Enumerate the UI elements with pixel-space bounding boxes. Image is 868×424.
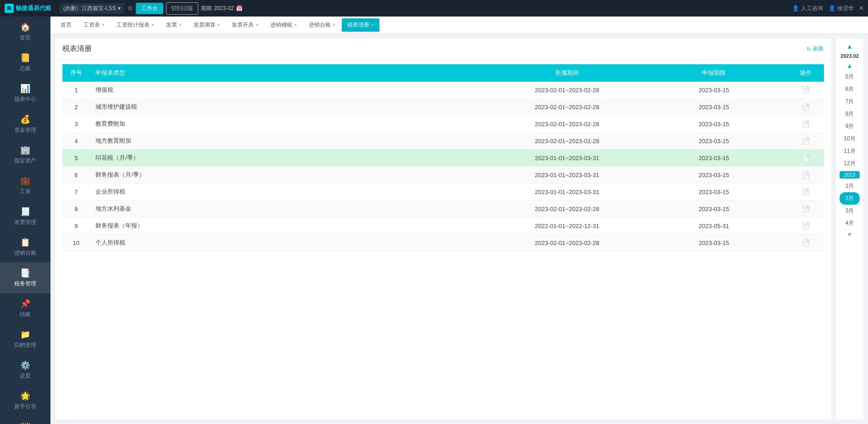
cell-period: 2023-02-01~2023-02-28 (494, 116, 640, 133)
tab-close-icon[interactable]: × (294, 22, 297, 28)
cell-deadline: 2023-03-15 (640, 150, 787, 167)
action-icon[interactable]: 📄 (802, 239, 810, 246)
tab-home[interactable]: 首页 (55, 18, 77, 32)
tab-label: 进销台账 (309, 21, 331, 29)
action-icon[interactable]: 📄 (802, 205, 810, 212)
cell-period: 2023-02-01~2023-02-28 (494, 133, 640, 150)
cell-no: 2 (62, 99, 90, 116)
month-2[interactable]: 2月 (840, 192, 860, 205)
tab-invoice-calc[interactable]: 发票测算 × (188, 18, 226, 32)
refresh-icon: ↻ (807, 46, 811, 52)
tab-salary-table[interactable]: 工资表 × (78, 18, 110, 32)
sidebar-item-ledger[interactable]: 📒 总账 (0, 47, 50, 78)
cell-type: 教育费附加 (90, 116, 494, 133)
period-value: 2023-02 (214, 5, 234, 11)
col-deadline: 申报期限 (640, 64, 787, 82)
tax-icon: 📑 (20, 268, 30, 278)
cell-period: 2023-01-01~2023-03-31 (494, 184, 640, 201)
cell-deadline: 2023-03-15 (640, 116, 787, 133)
refresh-button[interactable]: ↻ 刷新 (807, 45, 824, 53)
tab-close-icon[interactable]: × (102, 22, 105, 28)
tab-close-icon[interactable]: × (179, 22, 182, 28)
close-icon[interactable]: × (859, 4, 863, 12)
action-icon[interactable]: 📄 (802, 86, 810, 94)
tab-label: 税表清册 (347, 21, 369, 29)
sidebar-item-salary[interactable]: 💼 工资 (0, 170, 50, 201)
sidebar-item-archive[interactable]: 📁 归档管理 (0, 324, 50, 355)
tab-tax-list[interactable]: 税表清册 × (342, 18, 379, 32)
month-9[interactable]: 9月 (840, 120, 860, 133)
sidebar-item-settings[interactable]: ⚙️ 设置 (0, 355, 50, 385)
sidebar-item-guide[interactable]: 🌟 新手引导 (0, 385, 50, 416)
sidebar-item-funds[interactable]: 💰 资金管理 (0, 109, 50, 139)
action-icon[interactable]: 📄 (802, 154, 810, 162)
tab-label: 进销稽核 (270, 21, 292, 29)
month-11[interactable]: 11月 (840, 145, 860, 157)
table-row: 1 增值税 2023-02-01~2023-02-28 2023-03-15 📄 (62, 82, 824, 99)
sidebar-item-purchase-sales[interactable]: 📋 进销台账 (0, 232, 50, 262)
tab-close-icon[interactable]: × (256, 22, 258, 28)
sidebar-item-tax[interactable]: 📑 税务管理 (0, 262, 50, 293)
tab-purchase-verify[interactable]: 进销稽核 × (265, 18, 302, 32)
sidebar-item-member[interactable]: 👑 畅会员 (0, 416, 50, 424)
action-icon[interactable]: 📄 (802, 171, 810, 179)
company-selector[interactable]: (勿删）江西服宝-LSS ▾ (60, 3, 124, 14)
service-link[interactable]: 👤 人工咨询 (792, 5, 823, 12)
action-icon[interactable]: 📄 (802, 120, 810, 128)
copy-icon[interactable]: ⧉ (128, 5, 132, 12)
close-accounts-icon: 📌 (20, 299, 30, 309)
period-label: 期期 (201, 5, 212, 12)
sidebar-item-home[interactable]: 🏠 首页 (0, 17, 50, 47)
tab-label: 首页 (61, 21, 72, 29)
date-nav-up[interactable]: ▲ (845, 41, 854, 51)
sidebar-item-reports[interactable]: 📊 报表中心 (0, 78, 50, 109)
month-6[interactable]: 6月 (840, 83, 860, 95)
col-type: 申报表类型 (90, 64, 494, 82)
calendar-icon[interactable]: 📅 (236, 5, 243, 11)
month-7[interactable]: 7月 (840, 95, 860, 108)
workspace-button[interactable]: 工作台 (136, 3, 163, 14)
tab-close-icon[interactable]: × (333, 22, 335, 28)
month-8[interactable]: 8月 (840, 108, 860, 120)
sidebar-item-close[interactable]: 📌 结账 (0, 293, 50, 324)
cell-type: 个人所得税 (90, 234, 494, 251)
tab-close-icon[interactable]: × (217, 22, 220, 28)
month-5[interactable]: 5月 (840, 71, 860, 83)
date-panel-year-header: 2023.02 (840, 51, 860, 61)
tab-invoice[interactable]: 发票 × (161, 18, 187, 32)
month-10[interactable]: 10月 (840, 133, 860, 145)
top-right: 👤 人工咨询 👤 徐涩华 × (792, 4, 863, 12)
date-nav-down2[interactable]: ▲ (845, 61, 854, 71)
table-row: 8 地方水利基金 2023-02-01~2023-02-28 2023-03-1… (62, 201, 824, 218)
cell-no: 7 (62, 184, 90, 201)
cell-no: 4 (62, 133, 90, 150)
service-label: 人工咨询 (801, 5, 823, 12)
tab-close-icon[interactable]: × (151, 22, 154, 28)
month-1[interactable]: 1月 (840, 180, 860, 192)
table-row: 3 教育费附加 2023-02-01~2023-02-28 2023-03-15… (62, 116, 824, 133)
date-nav-down[interactable]: ▼ (845, 229, 854, 240)
col-no: 序号 (62, 64, 90, 82)
sidebar-item-label: 报表中心 (14, 95, 36, 103)
cell-period: 2022-01-01~2022-12-31 (494, 218, 640, 234)
period-display: 期期 2023-02 📅 (201, 5, 243, 12)
year-2023-label[interactable]: 2023 (840, 171, 860, 179)
tab-salary-stats[interactable]: 工资统计报表 × (111, 18, 160, 32)
action-icon[interactable]: 📄 (802, 188, 810, 195)
tab-invoice-issue[interactable]: 发票开具 × (226, 18, 264, 32)
tab-close-icon[interactable]: × (371, 22, 374, 28)
user-profile[interactable]: 👤 徐涩华 (829, 5, 854, 12)
month-4[interactable]: 4月 (840, 217, 860, 229)
tab-purchase-ledger[interactable]: 进销台账 × (303, 18, 341, 32)
month-12[interactable]: 12月 (840, 157, 860, 170)
date-panel: ▲ 2023.02 ▲ 5月 6月 7月 8月 9月 10月 11月 12月 2… (836, 39, 863, 419)
sidebar-item-invoice[interactable]: 🧾 发票管理 (0, 201, 50, 232)
action-icon[interactable]: 📄 (802, 103, 810, 111)
company-dropdown-icon[interactable]: ▾ (118, 5, 121, 11)
switch-button[interactable]: 切到旧版 (166, 2, 198, 15)
action-icon[interactable]: 📄 (802, 222, 810, 229)
tab-label: 发票 (166, 21, 177, 29)
action-icon[interactable]: 📄 (802, 137, 810, 145)
sidebar-item-assets[interactable]: 🏢 固定资产 (0, 139, 50, 170)
month-3[interactable]: 3月 (840, 205, 860, 217)
